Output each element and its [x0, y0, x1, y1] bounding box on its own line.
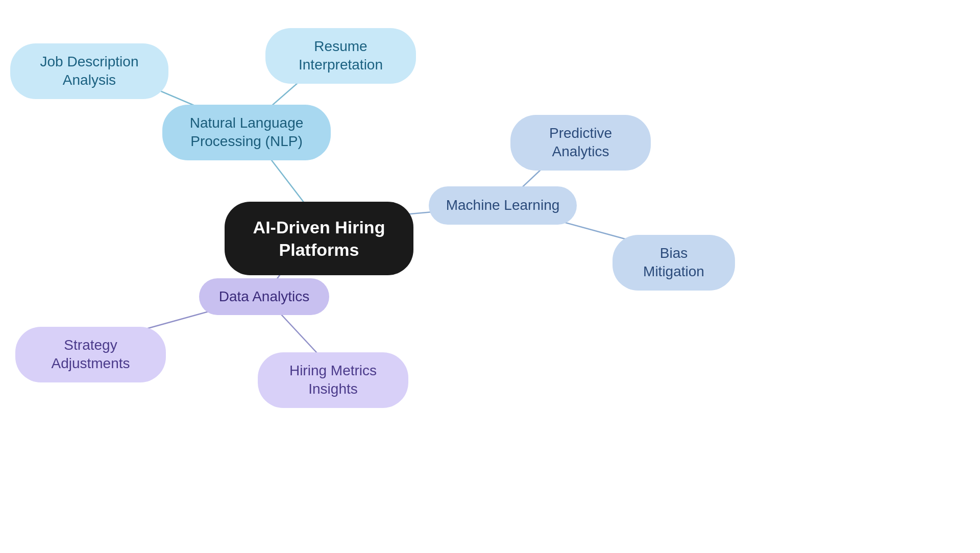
data-analytics-node: Data Analytics	[199, 278, 329, 315]
strategy-adjustments-node-label: Strategy Adjustments	[32, 336, 150, 373]
nlp-node: Natural Language Processing (NLP)	[162, 105, 331, 160]
bias-mitigation-node-label: Bias Mitigation	[629, 244, 719, 281]
nlp-node-label: Natural Language Processing (NLP)	[179, 114, 314, 151]
machine-learning-node-label: Machine Learning	[446, 196, 560, 214]
center-node: AI-Driven Hiring Platforms	[225, 202, 413, 275]
strategy-adjustments-node: Strategy Adjustments	[15, 327, 166, 382]
center-node-label: AI-Driven Hiring Platforms	[251, 216, 387, 261]
data-analytics-node-label: Data Analytics	[219, 287, 309, 306]
machine-learning-node: Machine Learning	[429, 186, 577, 225]
bias-mitigation-node: Bias Mitigation	[612, 235, 735, 291]
resume-node: Resume Interpretation	[265, 28, 416, 84]
resume-node-label: Resume Interpretation	[282, 37, 400, 75]
job-desc-node-label: Job Description Analysis	[27, 53, 152, 90]
job-desc-node: Job Description Analysis	[10, 43, 168, 99]
hiring-metrics-node-label: Hiring Metrics Insights	[274, 362, 392, 399]
predictive-analytics-node: Predictive Analytics	[510, 115, 651, 171]
hiring-metrics-node: Hiring Metrics Insights	[258, 352, 408, 408]
predictive-analytics-node-label: Predictive Analytics	[527, 124, 634, 161]
